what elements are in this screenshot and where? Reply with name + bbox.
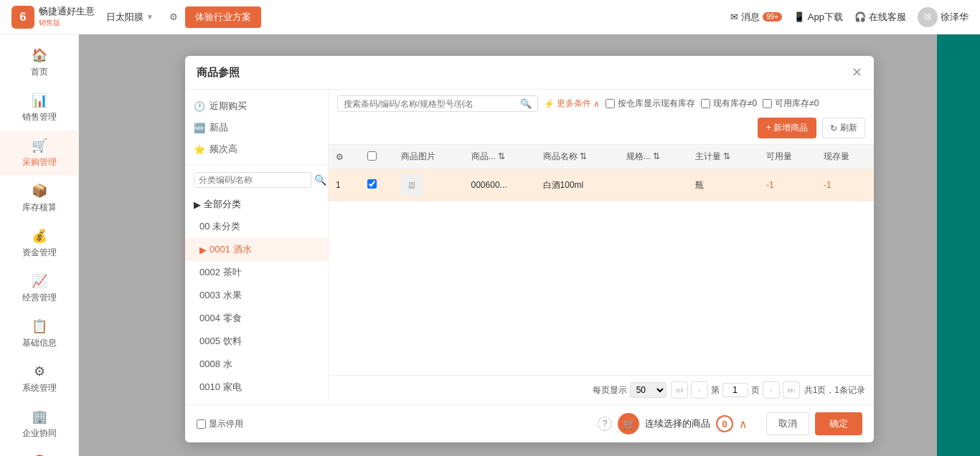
category-label: 00 未分类 bbox=[199, 221, 240, 232]
warehouse-stock-checkbox[interactable]: 按仓库显示现有库存 bbox=[606, 98, 695, 110]
sidebar-item-guide[interactable]: 🎯 新手引导 bbox=[0, 447, 78, 456]
sidebar-item-label: 首页 bbox=[31, 66, 48, 78]
new-icon: 🆕 bbox=[194, 123, 205, 133]
warehouse-stock-check[interactable] bbox=[606, 99, 615, 108]
row-select-checkbox[interactable] bbox=[367, 179, 377, 189]
select-all-checkbox[interactable] bbox=[367, 151, 377, 161]
last-page-button[interactable]: ⏭ bbox=[783, 381, 800, 399]
col-unit-label: 主计量 bbox=[695, 151, 721, 161]
recent-purchase-item[interactable]: 🕐 近期购买 bbox=[185, 95, 328, 117]
modal-close-icon[interactable]: ✕ bbox=[852, 65, 862, 80]
show-disabled-check[interactable] bbox=[197, 419, 206, 429]
show-disabled-label: 显示停用 bbox=[209, 418, 243, 430]
filter-button[interactable]: ⚡ 更多条件 ∧ bbox=[544, 98, 600, 110]
sidebar-item-purchase[interactable]: 🛒 采购管理 bbox=[0, 130, 78, 176]
user-avatar: 徐 bbox=[918, 7, 938, 27]
col-name[interactable]: 商品名称 ⇅ bbox=[536, 145, 619, 169]
message-nav-item[interactable]: ✉ 消息 99+ bbox=[730, 11, 782, 24]
sales-icon: 📊 bbox=[32, 92, 47, 108]
company-name: 日太阳膜 bbox=[106, 11, 143, 24]
category-search-input[interactable] bbox=[194, 172, 311, 188]
next-page-button[interactable]: › bbox=[763, 381, 780, 399]
company-dropdown[interactable]: 日太阳膜 ▼ bbox=[98, 11, 162, 24]
category-item-0004[interactable]: 0004 零食 bbox=[185, 307, 328, 330]
new-product-item[interactable]: 🆕 新品 bbox=[185, 117, 328, 138]
category-item-00[interactable]: 00 未分类 bbox=[185, 215, 328, 238]
user-item[interactable]: 徐 徐泽华 bbox=[918, 7, 969, 27]
add-product-button[interactable]: + 新增商品 bbox=[758, 118, 816, 138]
confirm-button[interactable]: 确定 bbox=[815, 412, 862, 435]
help-icon[interactable]: ? bbox=[598, 417, 612, 431]
sidebar-item-enterprise[interactable]: 🏢 企业协同 bbox=[0, 402, 78, 447]
category-item-0001[interactable]: ▶ 0001 酒水 bbox=[185, 238, 328, 261]
cart-count: 0 bbox=[716, 415, 733, 432]
category-label: 0004 零食 bbox=[199, 313, 242, 323]
logo-area: 6 畅捷通好生意 销售版 bbox=[11, 6, 98, 29]
nav-right: ✉ 消息 99+ 📱 App下载 🎧 在线客服 徐 徐泽华 bbox=[730, 7, 969, 27]
enterprise-icon: 🏢 bbox=[32, 409, 47, 424]
category-label: 0010 家电 bbox=[199, 381, 242, 392]
sidebar-item-inventory[interactable]: 📦 库存核算 bbox=[0, 176, 78, 221]
business-icon: 📈 bbox=[32, 273, 47, 289]
col-unit[interactable]: 主计量 ⇅ bbox=[688, 145, 759, 169]
col-spec[interactable]: 规格... ⇅ bbox=[619, 145, 688, 169]
category-search-button[interactable]: 🔍 bbox=[314, 174, 326, 186]
sidebar-item-label: 资金管理 bbox=[22, 247, 57, 259]
table-row[interactable]: 1 🖼 000600... 白酒100ml 瓶 bbox=[329, 169, 874, 201]
sidebar-item-finance[interactable]: 💰 资金管理 bbox=[0, 221, 78, 266]
prev-page-button[interactable]: ‹ bbox=[691, 381, 708, 399]
cart-info: ? 🛒 连续选择的商品 0 ∧ bbox=[598, 413, 748, 434]
cart-icon[interactable]: 🛒 bbox=[618, 413, 639, 434]
toolbar: 🔍 ⚡ 更多条件 ∧ 按仓库显示现有库存 bbox=[329, 90, 874, 145]
sidebar-item-sales[interactable]: 📊 销售管理 bbox=[0, 85, 78, 130]
category-item-0010[interactable]: 0010 家电 bbox=[185, 376, 328, 399]
row-checkbox[interactable] bbox=[360, 169, 394, 201]
sidebar-item-system[interactable]: ⚙ 系统管理 bbox=[0, 356, 78, 402]
category-item-0005[interactable]: 0005 饮料 bbox=[185, 330, 328, 353]
settings-icon[interactable]: ⚙ bbox=[162, 6, 185, 29]
filter-label: 更多条件 bbox=[557, 98, 591, 110]
product-table: ⚙ 商品图片 商品... ⇅ 商品名称 bbox=[329, 145, 874, 201]
show-disabled-checkbox[interactable]: 显示停用 bbox=[197, 418, 243, 430]
inventory-icon: 📦 bbox=[32, 183, 47, 199]
current-stock-check[interactable] bbox=[701, 99, 710, 108]
sort-name-icon: ⇅ bbox=[580, 151, 587, 161]
all-categories-item[interactable]: ▶ 全部分类 bbox=[185, 194, 328, 215]
footer-buttons: 取消 确定 bbox=[766, 412, 862, 435]
category-label: 0003 水果 bbox=[199, 290, 242, 300]
category-item-0002[interactable]: 0002 茶叶 bbox=[185, 261, 328, 284]
col-code-label: 商品... bbox=[471, 151, 496, 161]
sidebar-item-home[interactable]: 🏠 首页 bbox=[0, 40, 78, 85]
col-code[interactable]: 商品... ⇅ bbox=[464, 145, 536, 169]
refresh-button[interactable]: ↻ 刷新 bbox=[822, 118, 865, 138]
category-item-0003[interactable]: 0003 水果 bbox=[185, 284, 328, 307]
high-freq-item[interactable]: ⭐ 频次高 bbox=[185, 138, 328, 160]
sidebar-item-business[interactable]: 📈 经营管理 bbox=[0, 266, 78, 311]
available-stock-check[interactable] bbox=[763, 99, 772, 108]
category-item-0008[interactable]: 0008 水 bbox=[185, 353, 328, 376]
sidebar-item-label: 经营管理 bbox=[22, 292, 57, 304]
star-icon: ⭐ bbox=[194, 144, 205, 155]
trial-button[interactable]: 体验行业方案 bbox=[185, 6, 261, 28]
category-label: 0001 酒水 bbox=[209, 243, 252, 256]
sidebar-item-basic[interactable]: 📋 基础信息 bbox=[0, 311, 78, 356]
page-input[interactable] bbox=[722, 383, 748, 397]
current-stock-checkbox[interactable]: 现有库存≠0 bbox=[701, 98, 757, 110]
available-stock-label: 可用库存≠0 bbox=[775, 98, 819, 110]
user-name: 徐泽华 bbox=[941, 11, 969, 24]
product-search-input[interactable] bbox=[344, 99, 517, 109]
sidebar-item-label: 销售管理 bbox=[22, 111, 57, 123]
col-settings[interactable]: ⚙ bbox=[329, 145, 360, 169]
per-page-dropdown[interactable]: 50 10 20 100 bbox=[630, 382, 666, 398]
app-download-item[interactable]: 📱 App下载 bbox=[793, 11, 843, 24]
collapse-cart-icon[interactable]: ∧ bbox=[739, 417, 748, 431]
available-stock-checkbox[interactable]: 可用库存≠0 bbox=[763, 98, 819, 110]
first-page-button[interactable]: ⏮ bbox=[671, 381, 688, 399]
row-available: -1 bbox=[759, 169, 816, 201]
triangle-icon: ▶ bbox=[194, 199, 201, 210]
cancel-button[interactable]: 取消 bbox=[766, 412, 809, 435]
message-icon: ✉ bbox=[730, 11, 738, 22]
col-checkbox[interactable] bbox=[360, 145, 394, 169]
page-size-select: 每页显示 50 10 20 100 bbox=[593, 382, 666, 398]
service-item[interactable]: 🎧 在线客服 bbox=[854, 11, 906, 24]
